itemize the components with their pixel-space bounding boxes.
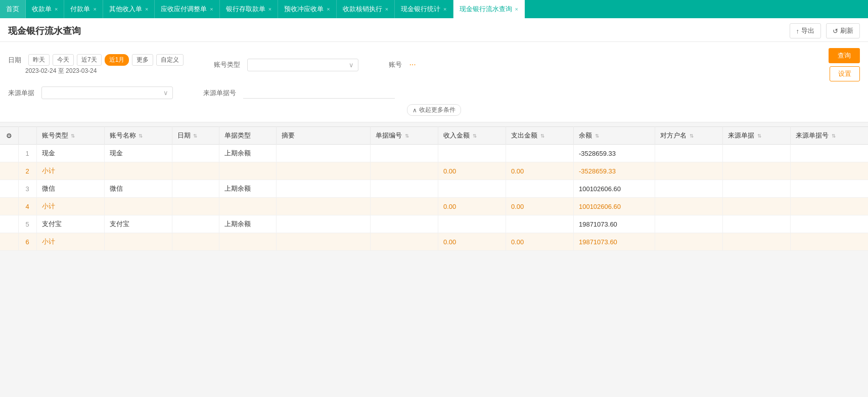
expense-cell: 0.00 xyxy=(506,233,573,251)
account-type-select[interactable]: ∨ xyxy=(247,59,358,71)
doc-no-cell xyxy=(370,198,438,215)
balance-cell: -3528659.33 xyxy=(573,162,655,180)
col-account-name: 账号名称 ⇅ xyxy=(104,127,172,145)
expense-cell xyxy=(506,145,573,162)
index-cell: 5 xyxy=(18,215,36,233)
doc-no-cell xyxy=(370,233,438,251)
account-dots-button[interactable]: ··· xyxy=(409,60,416,69)
close-icon[interactable]: × xyxy=(210,6,213,12)
gear-cell xyxy=(0,233,18,251)
source-doc-no-cell xyxy=(791,180,868,198)
summary-cell xyxy=(277,198,371,215)
query-button[interactable]: 查询 xyxy=(829,48,860,63)
account-type-cell: 小计 xyxy=(36,198,104,215)
summary-cell xyxy=(277,215,371,233)
doc-no-cell xyxy=(370,215,438,233)
gear-cell xyxy=(0,198,18,215)
source-doc-select[interactable]: ∨ xyxy=(41,86,173,99)
col-income: 收入金额 ⇅ xyxy=(438,127,506,145)
date-7days[interactable]: 近7天 xyxy=(77,54,102,66)
doc-type-cell xyxy=(219,198,277,215)
col-index xyxy=(18,127,36,145)
counterpart-cell xyxy=(655,215,723,233)
top-navigation: 首页 收款单 × 付款单 × 其他收入单 × 应收应付调整单 × 银行存取款单 … xyxy=(0,0,868,18)
source-doc-no-label: 来源单据号 xyxy=(203,89,236,98)
income-cell xyxy=(438,145,506,162)
close-icon[interactable]: × xyxy=(443,6,446,12)
header-actions: ↑ 导出 ↺ 刷新 xyxy=(790,23,860,38)
source-doc-no-cell xyxy=(791,233,868,251)
close-icon[interactable]: × xyxy=(93,6,96,12)
gear-icon[interactable]: ⚙ xyxy=(6,132,12,140)
close-icon[interactable]: × xyxy=(327,6,330,12)
sort-icon: ⇅ xyxy=(405,133,409,139)
chevron-down-icon: ∨ xyxy=(163,89,168,97)
source-doc-no-cell xyxy=(791,198,868,215)
collapse-icon: ∧ xyxy=(413,107,417,114)
nav-item-adjustment[interactable]: 应收应付调整单 × xyxy=(155,0,219,18)
index-cell: 3 xyxy=(18,180,36,198)
account-type-cell: 支付宝 xyxy=(36,215,104,233)
counterpart-cell xyxy=(655,145,723,162)
source-doc-cell xyxy=(723,215,791,233)
collapse-button[interactable]: ∧ 收起更多条件 xyxy=(407,104,461,116)
sort-icon: ⇅ xyxy=(71,133,75,139)
close-icon[interactable]: × xyxy=(145,6,148,12)
nav-item-settlement[interactable]: 收款核销执行 × xyxy=(337,0,395,18)
refresh-button[interactable]: ↺ 刷新 xyxy=(826,23,860,38)
date-range-display: 2023-02-24 至 2023-03-24 xyxy=(25,67,97,74)
source-doc-no-input[interactable] xyxy=(243,87,395,99)
doc-type-cell: 上期余额 xyxy=(219,180,277,198)
col-source-doc-no: 来源单据号 ⇅ xyxy=(791,127,868,145)
income-cell xyxy=(438,215,506,233)
table-row: 6小计0.000.0019871073.60 xyxy=(0,233,868,251)
nav-item-prepayment[interactable]: 预收冲应收单 × xyxy=(278,0,336,18)
refresh-icon: ↺ xyxy=(833,27,838,35)
sort-icon: ⇅ xyxy=(540,133,544,139)
table-row: 1现金现金上期余额-3528659.33 xyxy=(0,145,868,162)
sort-icon: ⇅ xyxy=(139,133,143,139)
col-source-doc: 来源单据 ⇅ xyxy=(723,127,791,145)
doc-type-cell: 上期余额 xyxy=(219,145,277,162)
expense-cell: 0.00 xyxy=(506,198,573,215)
source-doc-cell xyxy=(723,180,791,198)
close-icon[interactable]: × xyxy=(515,6,518,12)
table-body: 1现金现金上期余额-3528659.332小计0.000.00-3528659.… xyxy=(0,145,868,251)
nav-item-other-income[interactable]: 其他收入单 × xyxy=(103,0,155,18)
counterpart-cell xyxy=(655,180,723,198)
doc-type-cell xyxy=(219,233,277,251)
filter-area: 日期 昨天 今天 近7天 近1月 更多 自定义 2023-02-24 至 202… xyxy=(0,42,868,122)
setting-button[interactable]: 设置 xyxy=(830,66,860,81)
account-name-cell: 支付宝 xyxy=(104,215,172,233)
close-icon[interactable]: × xyxy=(385,6,388,12)
nav-item-bank-deposit[interactable]: 银行存取款单 × xyxy=(220,0,278,18)
col-doc-no: 单据编号 ⇅ xyxy=(370,127,438,145)
nav-item-bank-flow[interactable]: 现金银行流水查询 × xyxy=(453,0,525,18)
account-name-cell xyxy=(104,162,172,180)
date-custom[interactable]: 自定义 xyxy=(156,54,184,66)
nav-item-home[interactable]: 首页 xyxy=(0,0,26,18)
date-cell xyxy=(172,162,219,180)
close-icon[interactable]: × xyxy=(268,6,271,12)
chevron-down-icon: ∨ xyxy=(349,61,354,69)
sort-icon: ⇅ xyxy=(473,133,477,139)
source-doc-cell xyxy=(723,198,791,215)
close-icon[interactable]: × xyxy=(55,6,58,12)
page-header: 现金银行流水查询 ↑ 导出 ↺ 刷新 xyxy=(0,18,868,42)
date-yesterday[interactable]: 昨天 xyxy=(28,54,50,66)
nav-item-bank-stats[interactable]: 现金银行统计 × xyxy=(395,0,453,18)
sort-icon: ⇅ xyxy=(595,133,599,139)
date-1month[interactable]: 近1月 xyxy=(105,54,129,66)
source-doc-cell xyxy=(723,162,791,180)
nav-item-payment[interactable]: 付款单 × xyxy=(64,0,103,18)
date-more[interactable]: 更多 xyxy=(132,54,153,66)
income-cell: 0.00 xyxy=(438,233,506,251)
col-counterpart: 对方户名 ⇅ xyxy=(655,127,723,145)
date-today[interactable]: 今天 xyxy=(53,54,74,66)
table-row: 3微信微信上期余额100102606.60 xyxy=(0,180,868,198)
expense-cell xyxy=(506,180,573,198)
summary-cell xyxy=(277,233,371,251)
account-label: 账号 xyxy=(389,60,402,69)
nav-item-receipt[interactable]: 收款单 × xyxy=(26,0,64,18)
export-button[interactable]: ↑ 导出 xyxy=(790,23,821,38)
